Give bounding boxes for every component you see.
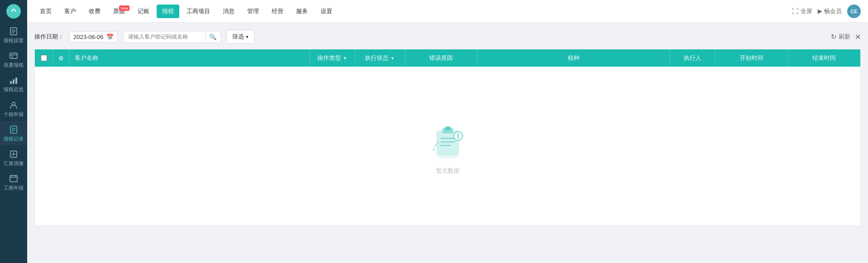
sidebar-item-tax-records[interactable]: 报税记录 [0, 121, 27, 146]
table: ⚙ 客户名称 操作类型 ▼ 执行状态 ▼ 错误原因 [34, 49, 861, 226]
nav-item-settings[interactable]: 设置 [315, 5, 338, 18]
toolbar-right: ↻ 刷新 ✕ [831, 33, 861, 41]
calendar-icon: 📅 [106, 34, 114, 40]
refresh-button[interactable]: ↻ 刷新 [831, 33, 850, 41]
sidebar-item-tax-records-label: 报税记录 [4, 136, 24, 142]
sidebar-item-batch-tax[interactable]: 批量报税 [0, 47, 27, 72]
sidebar-item-annual-report[interactable]: 工商年报 [0, 170, 27, 195]
logo-icon [6, 4, 21, 19]
empty-text: 暂无数据 [436, 167, 460, 175]
fullscreen-button[interactable]: ⛶ 全屏 [792, 7, 812, 15]
sidebar-logo [0, 0, 27, 23]
sidebar-item-personal-tax[interactable]: 个税申报 [0, 97, 27, 121]
sidebar-item-tax-overview[interactable]: 报税总览 [0, 72, 27, 96]
sidebar-item-calc-tax[interactable]: 汇算清缴 [0, 146, 27, 170]
svg-rect-5 [10, 53, 17, 58]
topnav: 首页 客户 收费 票据 new 记账 报税 工商项目 消息 [27, 0, 868, 23]
th-checkbox[interactable] [35, 49, 53, 67]
calc-tax-icon [9, 149, 19, 159]
nav-item-invoice[interactable]: 票据 new [108, 5, 130, 18]
svg-rect-8 [10, 81, 12, 84]
th-executor: 执行人 [670, 49, 715, 67]
tax-records-icon [9, 125, 19, 135]
svg-rect-10 [15, 78, 17, 84]
nav-item-service[interactable]: 服务 [291, 5, 313, 18]
setting-icon: ⚙ [58, 55, 64, 62]
nav-item-message[interactable]: 消息 [217, 5, 240, 18]
nav-item-client[interactable]: 客户 [59, 5, 82, 18]
batch-tax-icon [9, 51, 19, 61]
th-status: 执行状态 ▼ [355, 49, 405, 67]
nav-item-tax[interactable]: 报税 [157, 5, 179, 18]
topnav-right: ⛶ 全屏 ▶ 畅会员 CE [792, 5, 861, 18]
search-icon: 🔍 [209, 34, 217, 40]
search-button[interactable]: 🔍 [205, 31, 221, 43]
page-content: 操作日期： 2023-06-06 📅 🔍 筛选 ▾ [27, 23, 868, 263]
member-button[interactable]: ▶ 畅会员 [818, 7, 842, 15]
search-input[interactable] [124, 31, 205, 42]
select-all-checkbox[interactable] [41, 55, 47, 61]
filter-button[interactable]: 筛选 ▾ [226, 30, 254, 44]
svg-marker-33 [432, 148, 435, 151]
type-sort-icon: ▼ [343, 56, 347, 61]
th-tax: 税种 [478, 49, 670, 67]
toolbar: 操作日期： 2023-06-06 📅 🔍 筛选 ▾ [34, 30, 861, 44]
nav-item-accounting[interactable]: 记账 [132, 5, 155, 18]
sidebar-item-tax-settings-label: 报税设置 [4, 38, 24, 44]
sidebar-item-tax-settings[interactable]: 报税设置 [0, 23, 27, 47]
personal-tax-icon [9, 100, 19, 110]
sidebar: 报税设置 批量报税 报税总览 个税申报 [0, 0, 27, 263]
date-value: 2023-06-06 [73, 34, 104, 40]
sidebar-item-tax-overview-label: 报税总览 [4, 87, 24, 93]
chevron-down-icon: ▾ [246, 34, 249, 40]
svg-rect-19 [10, 175, 17, 182]
th-name: 客户名称 [69, 49, 310, 67]
nav-item-operation[interactable]: 经营 [266, 5, 289, 18]
topnav-items: 首页 客户 收费 票据 new 记账 报税 工商项目 消息 [34, 5, 792, 18]
th-setting[interactable]: ⚙ [53, 49, 69, 67]
fullscreen-icon: ⛶ [792, 7, 799, 15]
status-sort-icon: ▼ [390, 56, 395, 61]
nav-item-billing[interactable]: 收费 [83, 5, 106, 18]
svg-rect-25 [445, 127, 451, 130]
date-label: 操作日期： [34, 33, 64, 41]
th-start-time: 开始时间 [715, 49, 788, 67]
date-picker[interactable]: 2023-06-06 📅 [69, 31, 118, 43]
sidebar-item-personal-tax-label: 个税申报 [4, 112, 24, 117]
user-avatar[interactable]: CE [847, 5, 861, 18]
close-button[interactable]: ✕ [855, 33, 861, 41]
svg-rect-9 [13, 79, 14, 84]
svg-point-0 [13, 9, 14, 10]
table-header: ⚙ 客户名称 操作类型 ▼ 执行状态 ▼ 错误原因 [35, 49, 860, 67]
tax-overview-icon [9, 75, 19, 85]
sidebar-item-calc-tax-label: 汇算清缴 [4, 161, 24, 166]
svg-point-34 [438, 155, 458, 159]
invoice-badge: new [119, 5, 129, 11]
empty-state: 暂无数据 [425, 117, 470, 175]
content-area: 操作日期： 2023-06-06 📅 🔍 筛选 ▾ [27, 23, 868, 263]
svg-point-31 [457, 138, 459, 139]
refresh-icon: ↻ [831, 33, 837, 41]
empty-illustration [425, 117, 470, 162]
close-icon: ✕ [855, 33, 861, 41]
member-icon: ▶ [818, 8, 822, 15]
sidebar-item-batch-tax-label: 批量报税 [4, 62, 24, 68]
nav-item-bizproject[interactable]: 工商项目 [181, 5, 216, 18]
nav-item-manage[interactable]: 管理 [242, 5, 264, 18]
filter-label: 筛选 [232, 33, 244, 41]
main-wrap: 首页 客户 收费 票据 new 记账 报税 工商项目 消息 [27, 0, 868, 263]
nav-item-home[interactable]: 首页 [34, 5, 57, 18]
search-wrap: 🔍 [123, 31, 221, 43]
th-type: 操作类型 ▼ [310, 49, 355, 67]
sidebar-item-annual-report-label: 工商年报 [4, 185, 24, 191]
th-end-time: 结束时间 [788, 49, 860, 67]
annual-report-icon [9, 174, 19, 184]
tax-settings-icon [9, 26, 19, 36]
table-body: 暂无数据 [35, 67, 860, 225]
th-error: 错误原因 [405, 49, 478, 67]
